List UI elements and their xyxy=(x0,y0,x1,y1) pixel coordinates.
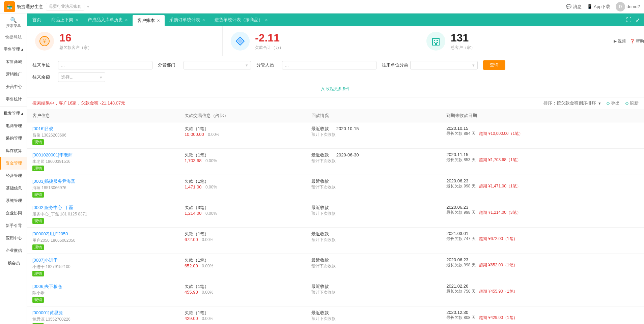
search-menu-btn[interactable]: 🔍 搜索菜单 xyxy=(0,13,27,32)
sidebar-item-wecom[interactable]: 企业微信 xyxy=(0,244,27,257)
overdue-amount-2[interactable]: 超期 ¥1,471.00（1笔） xyxy=(479,184,521,188)
overdue-amount-5[interactable]: 超期 ¥652.00（1笔） xyxy=(479,263,517,267)
filter-supplier-input[interactable]: ... xyxy=(58,61,152,69)
sidebar-item-vip[interactable]: 畅会员 xyxy=(0,257,27,269)
search-menu-label: 搜索菜单 xyxy=(0,23,27,28)
tab-goods-stats-label: 进货单统计表（按商品） xyxy=(215,17,263,23)
debt-amount-7[interactable]: 429.00 xyxy=(185,316,198,321)
overdue-days-3: 最长欠款 998 天 xyxy=(446,210,478,215)
sidebar-item-ops[interactable]: 经营管理 xyxy=(0,170,27,182)
table-row: [0003]畅捷服务尹海蒸 海蒸 18513066976 现销 欠款（1笔） 1… xyxy=(27,175,644,201)
sidebar-item-inventory[interactable]: 库存核算 xyxy=(0,145,27,157)
sidebar-item-guide[interactable]: 新手引导 xyxy=(0,219,27,232)
tab-goods-listing[interactable]: 商品上下架 ✕ xyxy=(47,13,83,26)
tab-collapse-btn[interactable]: ⛶ xyxy=(625,16,633,24)
debt-amount-4[interactable]: 672.00 xyxy=(185,237,198,242)
debt-amount-3[interactable]: 1,214.00 xyxy=(185,211,202,216)
next-label-0: 预计下次收款 xyxy=(311,132,436,138)
sidebar-item-marketing[interactable]: 营销推广 xyxy=(0,68,27,81)
overdue-row-4: 最长欠款 747 天 超期 ¥672.00（1笔） xyxy=(446,236,639,242)
sidebar-item-retail-stats[interactable]: 零售统计 xyxy=(0,93,27,106)
quick-nav-btn[interactable]: 快捷导航 xyxy=(0,32,27,43)
tab-customer-ledger[interactable]: 客户账本 ✕ xyxy=(133,15,165,26)
cell-customer-7: [000001]黄思源 黄思源 13552700226 现销 xyxy=(27,306,179,324)
stat-value-amount: -2.11 xyxy=(255,32,283,44)
system-name[interactable]: 母婴行业演示账套 xyxy=(46,3,84,10)
customer-name-2[interactable]: [0003]畅捷服务尹海蒸 xyxy=(32,178,174,184)
sidebar-item-wholesale[interactable]: 批发管理 ▲ xyxy=(0,107,27,120)
sidebar-item-app-center[interactable]: 应用中心 xyxy=(0,232,27,244)
refresh-btn[interactable]: ⊙ 刷新 xyxy=(625,100,639,106)
customer-name-5[interactable]: [0007]小进干 xyxy=(32,257,174,263)
tab-home[interactable]: 首页 xyxy=(27,13,47,26)
customer-name-1[interactable]: [0001020001]李老师 xyxy=(32,152,174,158)
tab-production-history-close[interactable]: ✕ xyxy=(125,18,128,22)
customer-phone-0: 吕俊 13026203696 xyxy=(32,132,174,138)
sort-select[interactable]: 排序：按欠款金额倒序排序 ▾ xyxy=(543,100,601,106)
video-btn[interactable]: ▶ 视频 xyxy=(614,38,626,44)
sidebar-label-member: 会员中心 xyxy=(6,84,22,89)
tab-expand-btn[interactable]: ⤢ xyxy=(634,16,641,25)
user-area[interactable]: D demo2 xyxy=(616,2,640,11)
cell-customer-1: [0001020001]李老师 李老师 18600391516 现销 xyxy=(27,149,179,175)
sidebar-item-system[interactable]: 系统管理 xyxy=(0,195,27,207)
debt-amount-6[interactable]: 455.90 xyxy=(185,290,198,295)
debt-amount-1[interactable]: 1,703.68 xyxy=(185,158,202,163)
tab-goods-listing-close[interactable]: ✕ xyxy=(75,18,78,22)
logo-icon: 🏪 xyxy=(4,1,15,12)
cell-payment-4: 最近收款 预计下次收款 xyxy=(306,228,441,254)
table-row: [0016]吕俊 吕俊 13026203696 现销 欠款（1笔） 10,000… xyxy=(27,122,644,149)
app-download-btn[interactable]: 📱 App下载 xyxy=(587,4,610,10)
customer-name-7[interactable]: [000001]黄思源 xyxy=(32,310,174,316)
debt-amount-5[interactable]: 652.00 xyxy=(185,263,198,268)
stat-text-amount: -2.11 欠款合计（万） xyxy=(255,32,283,51)
export-btn[interactable]: ⊙ 导出 xyxy=(606,100,620,106)
tab-production-history[interactable]: 产成品入库单历史 ✕ xyxy=(83,13,133,26)
customer-badge-4: 现销 xyxy=(32,244,44,250)
filter-balance: 往来余额 选择... ▾ xyxy=(32,72,105,82)
tab-goods-stats[interactable]: 进货单统计表（按商品） ✕ xyxy=(210,13,273,26)
cell-due-4: 2021.03.01 最长欠款 747 天 超期 ¥672.00（1笔） xyxy=(441,228,644,254)
debt-amount-row-0: 10,000.00 0.00% xyxy=(185,132,301,137)
sidebar-item-basic[interactable]: 基础信息 xyxy=(0,182,27,195)
filter-category-select[interactable]: ▾ xyxy=(410,61,478,69)
tab-purchase-summary-close[interactable]: ✕ xyxy=(202,18,205,22)
collapse-btn[interactable]: ⋀ 收起更多条件 xyxy=(32,85,639,93)
filter-manager-input[interactable]: ... xyxy=(282,61,376,69)
content-area: ¥ 16 总欠款客户（家） xyxy=(27,26,644,324)
overdue-amount-4[interactable]: 超期 ¥672.00（1笔） xyxy=(479,236,517,241)
sidebar-item-retail-mall[interactable]: 零售商城 xyxy=(0,56,27,68)
tab-customer-ledger-close[interactable]: ✕ xyxy=(157,19,160,23)
filter-balance-select[interactable]: 选择... ▾ xyxy=(58,72,105,82)
sidebar-item-finance[interactable]: 资金管理 xyxy=(0,157,27,170)
sidebar-item-purchase[interactable]: 采购管理 xyxy=(0,132,27,145)
debt-pct-1: 0.00% xyxy=(205,158,217,163)
customer-name-3[interactable]: [0002]服务中心_丁磊 xyxy=(32,205,174,211)
message-btn[interactable]: 💬 消息 xyxy=(566,4,582,10)
cell-customer-4: [000002]用户2050 用户2050 18665062050 现销 xyxy=(27,228,179,254)
query-button[interactable]: 查询 xyxy=(483,60,505,70)
debt-amount-2[interactable]: 1,471.00 xyxy=(185,184,202,189)
sidebar-item-corp[interactable]: 企业协同 xyxy=(0,207,27,219)
tab-goods-stats-close[interactable]: ✕ xyxy=(265,18,268,22)
th-debt-info: 欠款交易信息（占比） xyxy=(179,109,306,122)
customer-name-0[interactable]: [0016]吕俊 xyxy=(32,126,174,132)
sidebar-item-member[interactable]: 会员中心 xyxy=(0,81,27,93)
debt-pct-6: 0.00% xyxy=(202,290,213,295)
overdue-amount-0[interactable]: 超期 ¥10,000.00（1笔） xyxy=(479,131,523,136)
results-header: 搜索结果中，客户16家，欠款金额 -21,148.07元 排序：按欠款金额倒序排… xyxy=(27,97,644,109)
sidebar-label-wecom: 企业微信 xyxy=(6,248,22,253)
debt-amount-0[interactable]: 10,000.00 xyxy=(185,132,204,137)
customer-name-6[interactable]: [0006]去下粮仓 xyxy=(32,284,174,290)
sidebar-item-retail-mgmt[interactable]: 零售管理 ▲ xyxy=(0,43,27,56)
overdue-amount-6[interactable]: 超期 ¥455.90（1笔） xyxy=(479,289,517,294)
overdue-amount-3[interactable]: 超期 ¥1,214.00（3笔） xyxy=(479,210,521,215)
help-btn[interactable]: ❓ 帮助 xyxy=(630,38,644,44)
customer-name-4[interactable]: [000002]用户2050 xyxy=(32,231,174,237)
sidebar-item-ecom[interactable]: 电商管理 xyxy=(0,120,27,132)
overdue-amount-7[interactable]: 超期 ¥429.00（1笔） xyxy=(479,315,517,320)
filter-dept-select[interactable]: ▾ xyxy=(184,61,251,69)
customer-badge-0: 现销 xyxy=(32,139,44,145)
overdue-amount-1[interactable]: 超期 ¥1,703.68（1笔） xyxy=(479,157,521,162)
tab-purchase-summary[interactable]: 采购订单统计表 ✕ xyxy=(165,13,210,26)
